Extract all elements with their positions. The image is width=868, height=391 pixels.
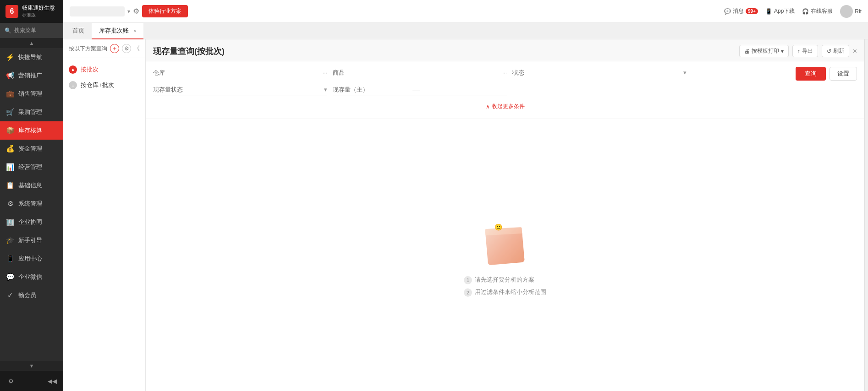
inventory-label: 库存核算: [18, 126, 42, 135]
warehouse-label: 仓库: [153, 69, 176, 77]
filter-item-batch[interactable]: ● 按批次: [63, 62, 145, 77]
close-panel-btn[interactable]: ×: [853, 47, 857, 55]
sidebar-item-member[interactable]: ✓ 畅会员: [0, 286, 63, 304]
page-title: 现存量查询(按批次): [153, 46, 225, 57]
user-name-label: Rit: [855, 8, 862, 15]
sidebar-item-finance[interactable]: 💰 资金管理: [0, 140, 63, 158]
empty-text: 1 请先选择要分析的方案 2 用过滤条件来缩小分析范围: [464, 276, 546, 297]
refresh-btn[interactable]: ↺ 刷新: [822, 45, 849, 57]
sidebar-item-enterprise[interactable]: 🏢 企业协同: [0, 213, 63, 231]
status-field: 状态 ▾: [512, 69, 687, 79]
product-input[interactable]: [356, 68, 502, 77]
member-icon: ✓: [5, 291, 15, 300]
sidebar-item-sales[interactable]: 💼 销售管理: [0, 85, 63, 103]
filter-collapse-btn[interactable]: 《: [134, 44, 140, 53]
sidebar-item-purchase[interactable]: 🛒 采购管理: [0, 103, 63, 121]
operations-label: 经营管理: [18, 163, 42, 171]
footer-settings-icon[interactable]: ⚙: [5, 375, 17, 387]
print-dropdown-icon: ▾: [781, 48, 784, 54]
footer-collapse-icon[interactable]: ◀◀: [46, 375, 59, 387]
app-download-icon: 📱: [765, 8, 772, 15]
tab-inventory-batch[interactable]: 库存批次账 ×: [92, 23, 143, 39]
online-service-label: 在线客服: [811, 7, 833, 15]
sidebar-item-system[interactable]: ⚙ 系统管理: [0, 195, 63, 213]
status-label: 状态: [512, 69, 524, 77]
search-menu[interactable]: 🔍 搜索菜单: [0, 23, 63, 38]
shortcuts-icon: ⚡: [5, 53, 15, 62]
refresh-btn-label: 刷新: [833, 47, 844, 55]
scroll-down-btn[interactable]: ▼: [0, 361, 63, 371]
sidebar-header: 6 畅康通好生意 标准版: [0, 0, 63, 23]
sales-label: 销售管理: [18, 90, 42, 98]
print-btn[interactable]: 🖨 按模板打印 ▾: [739, 45, 789, 57]
search-row-1: 仓库 ··· 商品 ··· 状态 ▾: [153, 67, 857, 81]
filter-sidebar: 按以下方案查询 + ⚙ 《 ● 按批次 ○ 按仓库+批次: [63, 39, 146, 391]
filter-header: 按以下方案查询 + ⚙ 《: [63, 39, 145, 58]
collapse-icon: ∧: [486, 103, 490, 110]
sidebar-item-marketing[interactable]: 📢 营销推广: [0, 66, 63, 85]
messages-badge: 99+: [746, 8, 758, 14]
right-scrollbar: [864, 39, 868, 391]
empty-state: 😐 1 请先选择要分析的方案 2 用过滤条件来缩小分析范围: [146, 119, 864, 391]
sidebar: 6 畅康通好生意 标准版 🔍 搜索菜单 ▲ ⚡ 快捷导航 📢 营销推广 💼 销售…: [0, 0, 63, 391]
stock-status-dropdown[interactable]: ▾: [187, 86, 327, 93]
sidebar-item-operations[interactable]: 📊 经营管理: [0, 158, 63, 176]
warehouse-more-btn[interactable]: ···: [323, 70, 327, 76]
apps-label: 应用中心: [18, 255, 42, 263]
page-container: 按以下方案查询 + ⚙ 《 ● 按批次 ○ 按仓库+批次: [63, 39, 868, 391]
messages-btn[interactable]: 💬 消息 99+: [724, 7, 758, 15]
hint-2-label: 用过滤条件来缩小分析范围: [475, 288, 546, 296]
tab-close-btn[interactable]: ×: [133, 28, 136, 33]
export-btn-label: 导出: [802, 47, 813, 55]
sidebar-item-wechat[interactable]: 💬 企业微信: [0, 268, 63, 286]
tab-inventory-batch-label: 库存批次账: [99, 27, 129, 35]
system-label: 系统管理: [18, 200, 42, 208]
filter-item-warehouse-batch[interactable]: ○ 按仓库+批次: [63, 77, 145, 93]
query-btn[interactable]: 查询: [796, 67, 826, 81]
app-title-area: 畅康通好生意 标准版: [22, 5, 55, 18]
finance-icon: 💰: [5, 144, 15, 153]
online-service-btn[interactable]: 🎧 在线客服: [802, 7, 833, 15]
hint-num-1: 1: [464, 276, 472, 284]
trial-btn[interactable]: 体验行业方案: [142, 5, 188, 17]
sidebar-item-basic[interactable]: 📋 基础信息: [0, 176, 63, 195]
breadcrumb-area: ▾ ⚙ 体验行业方案: [70, 5, 720, 17]
empty-box: [485, 230, 525, 266]
collapse-more-btn[interactable]: ∧ 收起更多条件: [153, 100, 857, 113]
tab-home[interactable]: 首页: [65, 23, 92, 39]
sidebar-item-apps[interactable]: 📱 应用中心: [0, 250, 63, 268]
app-name: 畅康通好生意: [22, 5, 55, 12]
export-btn[interactable]: ↑ 导出: [792, 45, 818, 57]
status-dropdown-icon: ▾: [683, 69, 687, 76]
refresh-icon: ↺: [827, 48, 831, 54]
filter-header-actions: + ⚙ 《: [110, 44, 140, 53]
app-download-btn[interactable]: 📱 App下载: [765, 7, 795, 15]
sidebar-item-inventory[interactable]: 📦 库存核算: [0, 121, 63, 140]
stock-max-input[interactable]: [423, 85, 460, 94]
filter-item-icon-active: ●: [69, 65, 77, 74]
sidebar-nav: ⚡ 快捷导航 📢 营销推广 💼 销售管理 🛒 采购管理 📦 库存核算 💰 资金管…: [0, 48, 63, 361]
user-profile-btn[interactable]: Rit: [840, 5, 862, 18]
nav-dropdown-btn[interactable]: ▾: [127, 8, 130, 15]
filter-add-btn[interactable]: +: [110, 44, 119, 53]
sidebar-item-shortcuts[interactable]: ⚡ 快捷导航: [0, 48, 63, 66]
warehouse-input[interactable]: [176, 68, 323, 77]
basic-label: 基础信息: [18, 181, 42, 190]
main-area: ▾ ⚙ 体验行业方案 💬 消息 99+ 📱 App下载 🎧 在线客服 Rit: [63, 0, 868, 391]
scroll-up-btn[interactable]: ▲: [0, 38, 63, 48]
product-more-btn[interactable]: ···: [502, 70, 507, 76]
topbar-gear-icon[interactable]: ⚙: [133, 7, 139, 16]
sidebar-item-guide[interactable]: 🎓 新手引导: [0, 231, 63, 250]
nav-search-input[interactable]: [70, 6, 125, 16]
finance-label: 资金管理: [18, 145, 42, 153]
filter-settings-btn[interactable]: ⚙: [122, 44, 131, 53]
range-dash: —: [412, 86, 420, 94]
status-dropdown[interactable]: ▾: [528, 69, 687, 76]
stock-min-input[interactable]: [372, 85, 409, 94]
topbar: ▾ ⚙ 体验行业方案 💬 消息 99+ 📱 App下载 🎧 在线客服 Rit: [63, 0, 868, 23]
stock-status-dropdown-icon: ▾: [324, 86, 327, 93]
export-icon: ↑: [797, 48, 800, 54]
column-settings-btn[interactable]: 设置: [830, 67, 857, 81]
operations-icon: 📊: [5, 163, 15, 172]
marketing-label: 营销推广: [18, 71, 42, 80]
